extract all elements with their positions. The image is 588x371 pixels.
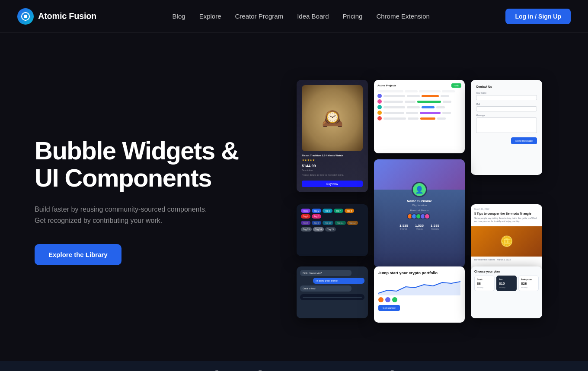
nav-chrome-extension[interactable]: Chrome Extension [376, 13, 429, 20]
profile-cover-image: 👤 [374, 159, 465, 190]
profile-stats: 1,535 Friends 1,535 Photos 1,535 Project… [399, 224, 439, 230]
logo-icon [17, 8, 34, 25]
tag-chip[interactable]: Tag 8 [301, 221, 310, 225]
form-name-field: Your name [476, 92, 537, 100]
nav-links: Blog Explore Creator Program Idea Board … [173, 13, 430, 20]
nav-creator-program[interactable]: Creator Program [235, 13, 283, 20]
tags-row-2: Tag 8 Tag 9 Tag 10 Tag 11 Tag 12 [301, 221, 364, 225]
tag-chip[interactable]: Tag 12 [347, 221, 358, 225]
tag-chip[interactable]: Tag 6 [301, 214, 310, 219]
nav-blog[interactable]: Blog [173, 13, 185, 20]
chat-input-area[interactable] [300, 294, 364, 300]
crypto-start-button[interactable]: Get started [378, 305, 400, 311]
tag-chip[interactable]: Tag 3 [323, 209, 332, 213]
bottom-section: Get the Chrome Extension [0, 361, 588, 371]
brand-logo[interactable]: Atomic Fusion [17, 8, 96, 25]
profile-name: Name Surname [407, 199, 432, 203]
blog-excerpt: Some people say visiting there is risky,… [474, 217, 539, 223]
profile-stat-projects: 1,535 Projects [431, 224, 439, 230]
blog-date: March 11, 2022 [474, 208, 539, 210]
tag-chip[interactable]: Tag 4 [334, 209, 343, 213]
form-send-button[interactable]: Send message [511, 137, 537, 144]
tag-chip[interactable]: Tag 14 [313, 227, 324, 231]
watch-image: 🕰️ [302, 85, 363, 151]
tag-chip[interactable]: Tag 5 [345, 209, 354, 213]
pricing-plan-pro: Pro $15 /monthly [496, 276, 517, 291]
nav-right: Log in / Sign Up [505, 9, 571, 24]
nav-pricing[interactable]: Pricing [343, 13, 363, 20]
blog-title: 5 Tips to conquer the Bermuda Triangle [474, 212, 539, 216]
dashboard-column-headers [377, 90, 461, 92]
tag-chip[interactable]: Tag 15 [325, 227, 336, 231]
dashboard-row [377, 99, 461, 104]
chat-message-sent: I'm doing great, thanks! [313, 278, 364, 284]
dashboard-header: Active Projects + Add [377, 83, 461, 88]
blog-author: Bartholomew Roberts · March 3, 2022 [471, 257, 542, 263]
hero-subtitle: Build faster by reusing community-source… [35, 204, 259, 227]
crypto-chart [378, 278, 460, 295]
blog-image: 🪙 [471, 226, 542, 257]
profile-stat-friends: 1,535 Friends [399, 224, 408, 230]
tag-chip[interactable]: Tag 11 [335, 221, 345, 225]
chat-message-received: Hello, how are you? [300, 270, 352, 276]
hero-title: Bubble Widgets & UI Components [35, 137, 259, 191]
profile-stat-photos: 1,535 Photos [415, 224, 424, 230]
profile-mutual-friends: 6 mutual friends [410, 209, 429, 212]
brand-name: Atomic Fusion [38, 11, 96, 21]
hero-subtitle-line2: Get recognized by contributing your work… [35, 217, 162, 224]
chat-message-received: Great to hear! [300, 285, 352, 292]
profile-location: City, location [412, 204, 427, 206]
blog-header: March 11, 2022 5 Tips to conquer the Ber… [471, 204, 542, 226]
watch-price: $144.99 [302, 163, 363, 169]
tag-chip[interactable]: Tag 10 [323, 221, 333, 225]
dashboard-row [377, 105, 461, 109]
form-message-field: Message [476, 114, 537, 133]
svg-point-1 [24, 15, 27, 18]
hero-section: Bubble Widgets & UI Components Build fas… [0, 33, 588, 361]
profile-mutual-avatars [409, 213, 430, 219]
tag-chip[interactable]: Tag 2 [312, 209, 321, 213]
pricing-plan-basic: Basic $8 /monthly [474, 276, 495, 291]
nav-explore[interactable]: Explore [199, 13, 221, 20]
profile-avatar: 👤 [412, 182, 427, 197]
tags-row-3: Tag 13 Tag 14 Tag 15 [301, 227, 364, 231]
pricing-title: Choose your plan [474, 270, 539, 273]
pricing-plans: Basic $8 /monthly Pro $15 /monthly Enter… [474, 276, 539, 291]
navbar: Atomic Fusion Blog Explore Creator Progr… [0, 0, 588, 33]
profile-card: 👤 Name Surname City, location 6 mutual f… [374, 159, 465, 267]
login-button[interactable]: Log in / Sign Up [505, 9, 571, 24]
crypto-coins [378, 297, 460, 302]
tags-card: Tag 1 Tag 2 Tag 3 Tag 4 Tag 5 Tag 6 Tag … [297, 204, 368, 256]
ui-cards-grid: 🕰️ Tissot Tradition 5.5 / Men's Watch ★★… [297, 80, 542, 323]
watch-product-card: 🕰️ Tissot Tradition 5.5 / Men's Watch ★★… [297, 80, 368, 192]
watch-info: Tissot Tradition 5.5 / Men's Watch ★★★★★… [302, 154, 363, 178]
hero-subtitle-line1: Build faster by reusing community-source… [35, 206, 207, 213]
crypto-card: Jump start your crypto portfolio Get sta… [374, 266, 465, 323]
hero-preview-mosaic: 🕰️ Tissot Tradition 5.5 / Men's Watch ★★… [259, 67, 562, 335]
tag-chip[interactable]: Tag 9 [312, 221, 321, 225]
tag-chip[interactable]: Tag 7 [312, 214, 321, 219]
dashboard-row [377, 111, 461, 115]
dashboard-row [377, 116, 461, 120]
dashboard-card: Active Projects + Add [374, 80, 465, 153]
form-title: Contact Us [476, 85, 537, 88]
form-mail-field: Mail [476, 103, 537, 111]
pricing-card: Choose your plan Basic $8 /monthly Pro $… [471, 266, 542, 318]
chrome-extension-title: Get the Chrome Extension [169, 367, 419, 371]
crypto-title: Jump start your crypto portfolio [378, 271, 460, 276]
explore-library-button[interactable]: Explore the Library [35, 244, 121, 265]
tag-chip[interactable]: Tag 13 [301, 227, 312, 231]
hero-content: Bubble Widgets & UI Components Build fas… [35, 137, 259, 265]
contact-form-card: Contact Us Your name Mail Message Send m… [471, 80, 542, 175]
watch-buy-button[interactable]: Buy now [302, 181, 363, 187]
dashboard-title: Active Projects [377, 84, 396, 87]
tags-row-1: Tag 1 Tag 2 Tag 3 Tag 4 Tag 5 Tag 6 Tag … [301, 209, 364, 219]
nav-idea-board[interactable]: Idea Board [297, 13, 329, 20]
dashboard-row [377, 94, 461, 98]
mutual-avatar-more [424, 213, 430, 219]
chat-card: Hello, how are you? I'm doing great, tha… [297, 266, 368, 318]
pricing-plan-enterprise: Enterprise $28 /monthly [518, 276, 539, 291]
tag-chip[interactable]: Tag 1 [301, 209, 310, 213]
dashboard-add-button[interactable]: + Add [451, 83, 461, 88]
